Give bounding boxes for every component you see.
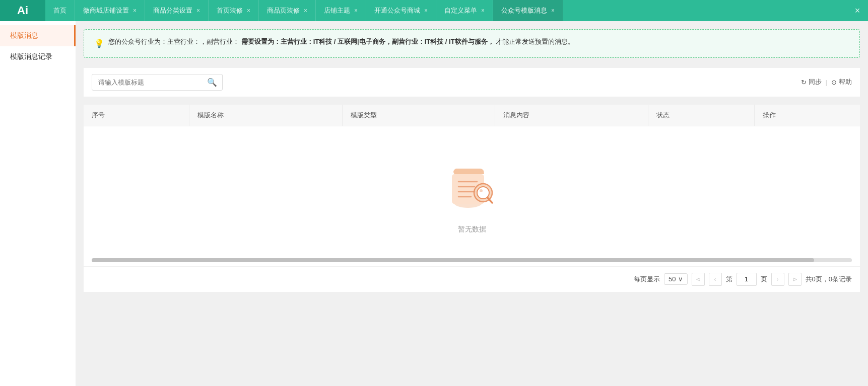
search-actions: ↻ 同步 | ⊙ 帮助: [801, 78, 852, 87]
last-page-button[interactable]: ⊳: [788, 273, 802, 286]
nav-tab-自定义菜单[interactable]: 自定义菜单×: [436, 0, 493, 21]
page-prefix: 第: [726, 275, 732, 284]
pagination-bar: 每页显示 50 ∨ ⊲ ‹ 第 页 › ⊳ 共0页，0条记录: [84, 266, 860, 292]
nav-tab-店铺主题[interactable]: 店铺主题×: [316, 0, 366, 21]
col-name: 模版名称: [189, 105, 342, 126]
sync-button[interactable]: ↻ 同步: [801, 78, 822, 87]
scrollbar-track[interactable]: [92, 258, 852, 262]
scrollbar-row: [84, 254, 860, 266]
tab-close-店铺主题[interactable]: ×: [354, 8, 358, 14]
main-layout: 模版消息模版消息记录 💡 您的公众号行业为：主营行业：，副营行业： 需要设置为：…: [0, 21, 868, 386]
search-bar: 🔍 ↻ 同步 | ⊙ 帮助: [84, 68, 860, 97]
sidebar-item-模版消息记录[interactable]: 模版消息记录: [0, 46, 76, 67]
page-unit: 页: [761, 275, 767, 284]
nav-tab-首页[interactable]: 首页: [45, 0, 75, 21]
table-container: 序号模版名称模版类型消息内容状态操作: [84, 105, 860, 292]
tab-close-商品页装修[interactable]: ×: [304, 8, 307, 14]
global-close-button[interactable]: ×: [847, 0, 868, 21]
tab-close-商品分类设置[interactable]: ×: [196, 8, 200, 14]
help-button[interactable]: ⊙ 帮助: [831, 78, 852, 87]
tab-close-自定义菜单[interactable]: ×: [481, 8, 485, 14]
search-input-wrapper: 🔍: [92, 74, 223, 91]
col-index: 序号: [84, 105, 189, 126]
next-page-button[interactable]: ›: [771, 273, 784, 286]
nav-tab-微商城店铺设置[interactable]: 微商城店铺设置×: [75, 0, 145, 21]
notice-banner: 💡 您的公众号行业为：主营行业：，副营行业： 需要设置为：主营行业：IT科技 /…: [84, 29, 860, 58]
brand-logo: Ai: [0, 0, 45, 21]
top-nav: Ai 首页微商城店铺设置×商品分类设置×首页装修×商品页装修×店铺主题×开通公众…: [0, 0, 868, 21]
nav-tab-商品分类设置[interactable]: 商品分类设置×: [145, 0, 209, 21]
search-button[interactable]: 🔍: [202, 74, 222, 90]
notice-text: 您的公众号行业为：主营行业：，副营行业： 需要设置为：主营行业：IT科技 / 互…: [108, 37, 574, 47]
tab-close-首页装修[interactable]: ×: [247, 8, 250, 14]
nav-tabs: 首页微商城店铺设置×商品分类设置×首页装修×商品页装修×店铺主题×开通公众号商城…: [45, 0, 847, 21]
content-area: 💡 您的公众号行业为：主营行业：，副营行业： 需要设置为：主营行业：IT科技 /…: [76, 21, 868, 386]
sync-icon: ↻: [801, 79, 807, 86]
sidebar: 模版消息模版消息记录: [0, 21, 76, 386]
help-icon: ⊙: [831, 79, 837, 86]
divider: |: [826, 79, 827, 86]
pagination-total: 共0页，0条记录: [806, 275, 852, 284]
col-type: 模版类型: [342, 105, 495, 126]
table-header: 序号模版名称模版类型消息内容状态操作: [84, 105, 860, 126]
tab-close-微商城店铺设置[interactable]: ×: [133, 8, 137, 14]
notice-icon: 💡: [94, 37, 104, 50]
table-header-row: 序号模版名称模版类型消息内容状态操作: [84, 105, 860, 126]
scrollbar-thumb: [92, 258, 814, 262]
col-status: 状态: [648, 105, 755, 126]
nav-tab-开通公众号商城[interactable]: 开通公众号商城×: [366, 0, 436, 21]
svg-point-8: [480, 189, 483, 192]
nav-tab-首页装修[interactable]: 首页装修×: [209, 0, 259, 21]
search-input[interactable]: [92, 75, 202, 89]
tab-close-公众号模版消息[interactable]: ×: [551, 8, 555, 14]
page-size-label: 每页显示: [634, 275, 660, 284]
page-size-select[interactable]: 50 ∨: [664, 273, 687, 285]
tab-close-开通公众号商城[interactable]: ×: [424, 8, 428, 14]
page-size-value: 50: [669, 275, 676, 283]
empty-text: 暂无数据: [458, 225, 486, 234]
page-number-input[interactable]: [737, 273, 757, 286]
nav-tab-商品页装修[interactable]: 商品页装修×: [259, 0, 316, 21]
col-content: 消息内容: [495, 105, 648, 126]
empty-illustration: [442, 157, 502, 217]
nav-tab-公众号模版消息[interactable]: 公众号模版消息×: [493, 0, 563, 21]
col-action: 操作: [755, 105, 860, 126]
first-page-button[interactable]: ⊲: [692, 273, 705, 286]
page-size-chevron: ∨: [678, 275, 683, 283]
data-table: 序号模版名称模版类型消息内容状态操作: [84, 105, 860, 126]
sidebar-item-模版消息[interactable]: 模版消息: [0, 25, 76, 46]
empty-state: 暂无数据: [84, 126, 860, 254]
prev-page-button[interactable]: ‹: [709, 273, 722, 286]
notice-highlight: 需要设置为：主营行业：IT科技 / 互联网|电子商务，副营行业：IT科技 / I…: [241, 38, 494, 45]
